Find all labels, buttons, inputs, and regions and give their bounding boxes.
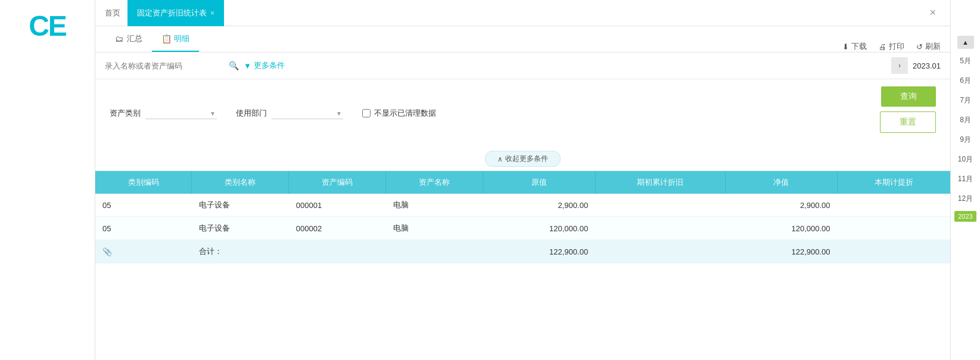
total-label: 合计：: [192, 240, 483, 263]
logo-panel: CE: [0, 0, 95, 360]
search-bar: 🔍 ▼ 更多条件 › 2023.01: [95, 52, 950, 79]
cell-net-value: 120,000.00: [725, 217, 837, 240]
tab-summary-label: 汇总: [127, 33, 142, 44]
cell-asset-name: 电脑: [386, 217, 483, 240]
month-item[interactable]: 9月: [958, 130, 973, 150]
tab-detail[interactable]: 📋 明细: [152, 27, 199, 52]
month-item[interactable]: 7月: [958, 91, 973, 110]
nav-home[interactable]: 首页: [105, 8, 127, 18]
tab-close-icon[interactable]: ×: [210, 9, 214, 17]
total-accumulated-dep: [595, 240, 725, 263]
cell-category-code: 05: [95, 217, 192, 240]
col-asset-name: 资产名称: [386, 171, 483, 194]
col-current-dep: 本期计提折: [838, 171, 950, 194]
cell-category-name: 电子设备: [192, 194, 289, 217]
summary-icon: 🗂: [114, 34, 124, 44]
filter-icon: ▼: [244, 61, 251, 70]
reset-button[interactable]: 重置: [880, 111, 936, 133]
col-asset-code: 资产编码: [289, 171, 386, 194]
no-cleared-field: 不显示已清理数据: [362, 108, 436, 119]
tab-label: 固定资产折旧统计表: [137, 8, 207, 18]
total-icon: 📎: [95, 240, 192, 263]
top-nav: 首页 固定资产折旧统计表 × ×: [95, 0, 950, 26]
table-row: 05 电子设备 000001 电脑 2,900.00 2,900.00: [95, 194, 950, 217]
collapse-label: 收起更多条件: [505, 154, 548, 164]
month-item[interactable]: 6月: [958, 71, 973, 91]
total-row: 📎 合计： 122,900.00 122,900.00: [95, 240, 950, 263]
cell-current-dep: [838, 217, 950, 240]
table-header-row: 类别编码 类别名称 资产编码 资产名称 原值 期初累计折旧 净值 本期计提折: [95, 171, 950, 194]
department-select[interactable]: [272, 107, 343, 119]
department-label: 使用部门: [236, 108, 267, 119]
refresh-label: 刷新: [925, 41, 941, 52]
right-panel: ▲ 5月6月7月8月9月10月11月12月 2023: [950, 0, 980, 360]
search-icon: 🔍: [229, 61, 239, 70]
month-up-arrow[interactable]: ▲: [957, 36, 974, 49]
toolbar-tabs: 🗂 汇总 📋 明细 ⬇ 下载 🖨 打印 ↺ 刷新: [95, 26, 950, 52]
detail-icon: 📋: [161, 34, 171, 44]
data-table: 类别编码 类别名称 资产编码 资产名称 原值 期初累计折旧 净值 本期计提折 0…: [95, 171, 950, 263]
download-label: 下载: [851, 41, 867, 52]
collapse-button[interactable]: ∧ 收起更多条件: [485, 151, 561, 167]
asset-category-select-wrapper: ▼: [145, 107, 217, 119]
download-button[interactable]: ⬇ 下载: [842, 41, 867, 52]
cell-net-value: 2,900.00: [725, 194, 837, 217]
collapse-arrow-icon: ∧: [497, 155, 503, 163]
collapse-btn-row: ∧ 收起更多条件: [110, 147, 936, 170]
active-tab[interactable]: 固定资产折旧统计表 ×: [127, 0, 224, 26]
col-net-value: 净值: [725, 171, 837, 194]
print-label: 打印: [889, 41, 904, 52]
data-table-wrapper: 类别编码 类别名称 资产编码 资产名称 原值 期初累计折旧 净值 本期计提折 0…: [95, 171, 950, 360]
cell-asset-name: 电脑: [386, 194, 483, 217]
print-icon: 🖨: [879, 42, 886, 51]
filter-row-1: 资产类别 ▼ 使用部门 ▼ 不显示已清理数: [110, 86, 936, 140]
col-category-code: 类别编码: [95, 171, 192, 194]
cell-accumulated-dep: [595, 217, 725, 240]
month-item[interactable]: 10月: [958, 150, 973, 169]
filter-conditions: 资产类别 ▼ 使用部门 ▼ 不显示已清理数: [95, 79, 950, 171]
refresh-icon: ↺: [916, 42, 923, 51]
month-item[interactable]: 8月: [958, 110, 973, 130]
query-button[interactable]: 查询: [881, 86, 936, 107]
col-category-name: 类别名称: [192, 171, 289, 194]
cell-current-dep: [838, 194, 950, 217]
department-select-wrapper: ▼: [272, 107, 343, 119]
month-item[interactable]: 5月: [958, 51, 973, 71]
cell-asset-code: 000002: [289, 217, 386, 240]
month-item[interactable]: 12月: [958, 189, 973, 209]
no-cleared-label: 不显示已清理数据: [374, 108, 436, 119]
total-net-value: 122,900.00: [725, 240, 837, 263]
tab-detail-label: 明细: [174, 33, 189, 44]
month-list: 5月6月7月8月9月10月11月12月: [958, 51, 973, 209]
asset-category-select[interactable]: [145, 107, 217, 119]
refresh-button[interactable]: ↺ 刷新: [916, 41, 941, 52]
no-cleared-checkbox[interactable]: [362, 109, 371, 117]
cell-asset-code: 000001: [289, 194, 386, 217]
cell-accumulated-dep: [595, 194, 725, 217]
cell-original-value: 120,000.00: [483, 217, 595, 240]
total-original-value: 122,900.00: [483, 240, 595, 263]
main-area: 首页 固定资产折旧统计表 × × 🗂 汇总 📋 明细 ⬇ 下载 🖨 打印: [95, 0, 950, 360]
month-item[interactable]: 11月: [958, 169, 973, 189]
total-current-dep: [838, 240, 950, 263]
download-icon: ⬇: [842, 42, 849, 51]
print-button[interactable]: 🖨 打印: [879, 41, 904, 52]
search-input[interactable]: [105, 61, 224, 70]
filter-label: 更多条件: [254, 60, 285, 71]
cell-category-code: 05: [95, 194, 192, 217]
tab-summary[interactable]: 🗂 汇总: [105, 27, 152, 52]
filter-buttons: 查询 重置: [880, 86, 936, 133]
asset-category-field: 资产类别 ▼: [110, 107, 217, 119]
toolbar-actions: ⬇ 下载 🖨 打印 ↺ 刷新: [842, 41, 941, 52]
col-accumulated-dep: 期初累计折旧: [595, 171, 725, 194]
cell-original-value: 2,900.00: [483, 194, 595, 217]
department-field: 使用部门 ▼: [236, 107, 343, 119]
date-panel-toggle[interactable]: ›: [891, 57, 908, 74]
year-badge: 2023: [954, 211, 976, 222]
cell-category-name: 电子设备: [192, 217, 289, 240]
date-label: 2023.01: [913, 61, 941, 70]
more-filter-button[interactable]: ▼ 更多条件: [244, 60, 285, 71]
window-close-button[interactable]: ×: [925, 4, 941, 21]
asset-category-label: 资产类别: [110, 108, 141, 119]
table-row: 05 电子设备 000002 电脑 120,000.00 120,000.00: [95, 217, 950, 240]
